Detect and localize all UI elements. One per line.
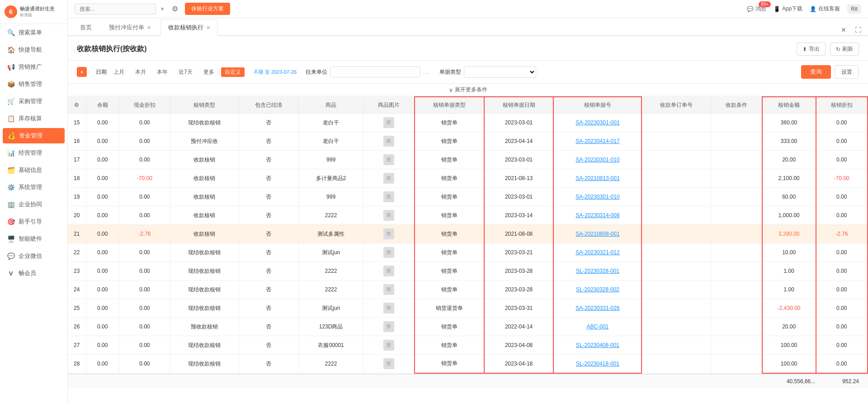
cell-verify-type: 预付冲应收 [170,132,239,151]
sidebar-item-basic[interactable]: 🗂️ 基础信息 [0,162,67,179]
cell-voucher-no[interactable]: SA-20230331-026 [553,299,642,318]
cell-receipt-order-no [642,169,711,188]
cell-voucher-no[interactable]: SL-20230328-002 [553,280,642,299]
table-row: 19 0.00 0.00 收款核销 否 999 图 销货单 2023-03-01… [68,188,868,206]
gear-icon[interactable]: ⚙ [169,3,181,15]
cell-receipt-condition [711,114,762,132]
sidebar-item-member[interactable]: V 畅会员 [0,265,67,282]
cell-cash-discount: 0.00 [119,336,170,355]
cell-include-settled: 否 [239,169,298,188]
search-input[interactable] [75,4,156,14]
cell-voucher-no[interactable]: SL-20230408-001 [553,336,642,355]
sidebar-item-guide[interactable]: 🎯 新手引导 [0,213,67,230]
cell-voucher-no[interactable]: ABC-001 [553,318,642,336]
col-header-receipt-order-no: 收款单订单号 [642,97,711,114]
filter-buttons: 查询 设置 [801,65,859,79]
tab-prepay[interactable]: 预付冲应付单 ✕ [101,19,159,35]
cell-receipt-order-no [642,355,711,373]
window-close-button[interactable]: ✕ [838,24,849,35]
cell-verify-amount: 2,100.00 [762,169,816,188]
message-button[interactable]: 💬 消息 99+ [747,5,766,13]
cell-voucher-no[interactable]: SA-20230301-010 [553,188,642,206]
date-btn-7days[interactable]: 近7天 [175,67,197,77]
tab-home[interactable]: 首页 [72,19,99,35]
cell-cash-discount: -70.00 [119,169,170,188]
sidebar-item-finance[interactable]: 💰 资金管理 [3,128,65,143]
counterparty-input[interactable] [330,67,420,77]
cell-cash-discount: 0.00 [119,262,170,280]
cell-receipt-order-no [642,336,711,355]
settings-icon: ⚙ [74,102,79,108]
sidebar-item-wechat[interactable]: 💬 企业微信 [0,247,67,265]
date-btn-more[interactable]: 更多 [199,67,218,77]
cell-voucher-no[interactable]: SL-20230418-001 [553,355,642,373]
online-service-button[interactable]: 👤 在线客服 [810,5,840,13]
sidebar-item-sales[interactable]: 📦 销售管理 [0,76,67,93]
app-download-button[interactable]: 📱 App下载 [774,5,802,13]
cell-include-settled: 否 [239,355,298,373]
prepay-tab-close[interactable]: ✕ [147,25,151,31]
cell-voucher-type: 销货单 [415,151,484,169]
cell-receipt-condition [711,225,762,243]
sidebar-item-purchase[interactable]: 🛒 采购管理 [0,93,67,110]
table-row: 21 0.00 -2.76 收款核销 否 测试多属性 图 销货单 2021-08… [68,225,868,243]
tab-receipt[interactable]: 收款核销执行 ✕ [160,19,218,36]
tab-bar: 首页 预付冲应付单 ✕ 收款核销执行 ✕ ✕ ⛶ [68,18,868,36]
date-btn-lastmonth[interactable]: 上月 [109,67,128,77]
cell-verify-type: 收款核销 [170,225,239,243]
sidebar-item-business[interactable]: 📊 经营管理 [0,144,67,162]
header-actions: ⬆ 导出 ↻ 刷新 [797,43,859,56]
basic-icon: 🗂️ [7,166,15,174]
date-btn-thismonth[interactable]: 本月 [131,67,150,77]
date-btn-custom[interactable]: 自定义 [221,67,245,77]
query-button[interactable]: 查询 [801,65,831,79]
filter-bar: » 日期 上月 本月 本年 近7天 更多 自定义 不限 至 2023-07-26… [68,61,868,84]
data-table-container[interactable]: ⚙ 余额 现金折扣 核销类型 包含已结清 商品 商品图片 核销单据类型 核销单据… [68,96,868,404]
sidebar-item-enterprise[interactable]: 🏢 企业协同 [0,196,67,213]
cell-voucher-no[interactable]: SA-20230301-010 [553,151,642,169]
expand-conditions-button[interactable]: ∨ 展开更多条件 [449,86,487,94]
verify-discount-total-label: 952.24 [842,378,859,385]
table-row: 26 0.00 0.00 预收款核销 否 123D商品 图 销货单 2022-0… [68,318,868,336]
table-row: 17 0.00 0.00 收款核销 否 999 图 销货单 2023-03-01… [68,151,868,169]
sidebar-item-quicknav[interactable]: 🏠 快捷导航 [0,41,67,58]
mobile-icon: 📱 [774,6,780,12]
cell-goods-img: 图 [363,336,415,355]
sidebar-item-system[interactable]: ⚙️ 系统管理 [0,179,67,196]
sidebar-item-hardware[interactable]: 🖥️ 智能硬件 [0,230,67,247]
industry-plan-button[interactable]: 休验行业方案 [185,3,230,15]
export-button[interactable]: ⬆ 导出 [797,43,826,56]
refresh-button[interactable]: ↻ 刷新 [830,43,859,56]
cell-verify-amount: 100.00 [762,355,816,373]
cell-voucher-no[interactable]: SA-20230314-008 [553,206,642,225]
cell-cash-discount: 0.00 [119,151,170,169]
cell-voucher-no[interactable]: SL-20230328-001 [553,262,642,280]
cell-voucher-no[interactable]: SA-20230301-001 [553,114,642,132]
cell-voucher-type: 销货退货单 [415,299,484,318]
table-row: 22 0.00 0.00 现结收款核销 否 测试jun 图 销货单 2023-0… [68,243,868,262]
sidebar-item-search[interactable]: 🔍 搜索菜单 [0,24,67,41]
cell-voucher-no[interactable]: SA-20230414-017 [553,132,642,151]
setting-button[interactable]: 设置 [835,65,859,79]
cell-voucher-no[interactable]: SA-20210808-001 [553,225,642,243]
cell-voucher-type: 销货单 [415,243,484,262]
window-expand-button[interactable]: ⛶ [853,24,863,35]
cell-goods-img: 图 [363,151,415,169]
cell-voucher-no[interactable]: SA-20210813-001 [553,169,642,188]
cell-goods: 老白干 [298,132,363,151]
cell-verify-type: 收款核销 [170,188,239,206]
cell-balance: 0.00 [86,318,119,336]
filter-expand-arrow[interactable]: » [77,67,87,77]
voucher-type-select[interactable] [464,66,536,78]
cell-goods-img: 图 [363,299,415,318]
date-btn-thisyear[interactable]: 本年 [153,67,172,77]
sidebar-item-inventory[interactable]: 📋 库存核算 [0,110,67,127]
cell-balance: 0.00 [86,151,119,169]
cell-no: 28 [68,355,86,373]
user-info[interactable]: Rit [847,5,861,14]
refresh-icon: ↻ [836,46,840,52]
receipt-tab-close[interactable]: ✕ [206,25,210,31]
cell-voucher-type: 销货单 [415,225,484,243]
sidebar-item-marketing[interactable]: 📢 营销推广 [0,58,67,76]
cell-voucher-no[interactable]: SA-20230321-012 [553,243,642,262]
